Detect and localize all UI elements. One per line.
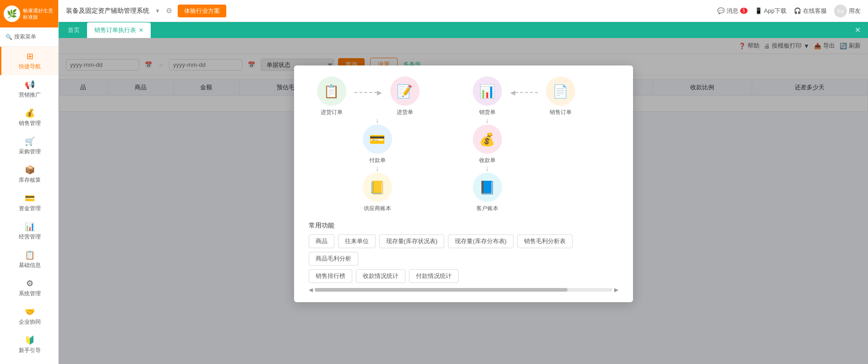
app-download-button[interactable]: 📱 App下载: [755, 7, 786, 15]
cf-btn-stock-status[interactable]: 现存量(库存状况表): [379, 234, 445, 248]
modal-overlay[interactable]: 📋 进货订单 ▶ 📝: [59, 38, 868, 364]
logo-area: 🌿 畅康通好生意 标准版: [0, 0, 58, 27]
main-area: 装备及固定资产辅助管理系统 ▼ ⚙ 体验行业方案 💬 消息 5 📱 App下载 …: [59, 0, 868, 364]
message-badge: 5: [740, 8, 748, 14]
topbar: 装备及固定资产辅助管理系统 ▼ ⚙ 体验行业方案 💬 消息 5 📱 App下载 …: [59, 0, 868, 22]
sidebar-navigation: ⊞ 快捷导航 📢 营销推广 💰 销售管理 🛒 采购管理 📦 库存核算 💳 资金管…: [0, 47, 58, 364]
common-functions-row2: 销售排行榜 收款情况统计 付款情况统计: [309, 269, 618, 283]
sales-icon: 💰: [25, 108, 35, 118]
phone-icon: 📱: [755, 7, 762, 14]
search-icon: 🔍: [5, 34, 12, 40]
scrollbar-left-arrow[interactable]: ◀: [309, 287, 313, 293]
page-content: ❓ 帮助 🖨 按模板打印 ▼ 📤 导出 🔄 刷新: [59, 38, 868, 364]
sidebar-item-enterprise[interactable]: 🤝 企业协同: [0, 302, 58, 331]
cf-btn-receipt-stats[interactable]: 收款情况统计: [356, 269, 405, 283]
cf-btn-stock-dist[interactable]: 现存量(库存分布表): [448, 234, 513, 248]
basic-info-icon: 📋: [25, 250, 35, 260]
message-button[interactable]: 💬 消息 5: [717, 7, 748, 15]
sidebar-item-marketing[interactable]: 📢 营销推广: [0, 75, 58, 103]
common-functions-row1: 商品 往来单位 现存量(库存状况表) 现存量(库存分布表) 销售毛利分析表 商品…: [309, 234, 618, 266]
common-functions: 常用功能 商品 往来单位 现存量(库存状况表) 现存量(库存分布表) 销售毛利分…: [309, 222, 618, 283]
workflow-row-1: 📋 进货订单 ▶ 📝: [309, 76, 618, 116]
sidebar-item-purchase[interactable]: 🛒 采购管理: [0, 132, 58, 160]
cf-btn-product-margin[interactable]: 商品毛利分析: [309, 252, 358, 266]
user-menu[interactable]: Ea 用友: [834, 5, 861, 17]
supplier-account-circle: 📒: [363, 173, 392, 202]
experience-button[interactable]: 体验行业方案: [178, 5, 226, 17]
purchase-icon: 🛒: [25, 136, 35, 147]
sidebar-item-finance[interactable]: 💳 资金管理: [0, 189, 58, 217]
tab-close-icon[interactable]: ✕: [139, 27, 143, 33]
guide-icon: 🔰: [25, 335, 35, 345]
logo-icon: 🌿: [4, 5, 20, 22]
cf-btn-sales-margin[interactable]: 销售毛利分析表: [517, 234, 573, 248]
workflow-row-5: 📒 供应商账本 📘 客户账本: [309, 173, 618, 212]
sidebar-search[interactable]: 🔍 搜索菜单: [0, 27, 58, 47]
cf-btn-partners[interactable]: 往来单位: [338, 234, 376, 248]
workflow-diagram: 📋 进货订单 ▶ 📝: [309, 76, 618, 212]
sidebar-item-system[interactable]: ⚙ 系统管理: [0, 274, 58, 302]
operations-icon: 📊: [25, 222, 35, 232]
logo-name: 畅康通好生意: [23, 7, 53, 14]
wf-node-purchase-bill[interactable]: 📝 进货单: [382, 76, 428, 116]
purchase-bill-circle: 📝: [390, 76, 420, 106]
tab-sales-order-execution[interactable]: 销售订单执行表 ✕: [87, 22, 151, 38]
system-title: 装备及固定资产辅助管理系统: [66, 7, 149, 15]
payment-bill-circle: 💳: [363, 125, 392, 154]
receipt-bill-circle: 💰: [473, 125, 502, 154]
finance-icon: 💳: [25, 193, 35, 203]
scrollbar-track[interactable]: [315, 288, 612, 292]
sidebar: 🌿 畅康通好生意 标准版 🔍 搜索菜单 ⊞ 快捷导航 📢 营销推广 💰 销售管理…: [0, 0, 59, 364]
gear-icon[interactable]: ⚙: [166, 6, 172, 15]
wf-node-customer-account[interactable]: 📘 客户账本: [464, 173, 510, 212]
cf-btn-product[interactable]: 商品: [309, 234, 334, 248]
sidebar-item-basic-info[interactable]: 📋 基础信息: [0, 245, 58, 274]
customer-account-circle: 📘: [473, 173, 502, 202]
wf-node-payment-bill[interactable]: 💳 付款单: [355, 125, 400, 164]
cf-btn-sales-ranking[interactable]: 销售排行榜: [309, 269, 352, 283]
cf-btn-payment-stats[interactable]: 付款情况统计: [409, 269, 459, 283]
scrollbar-thumb: [315, 288, 568, 292]
close-all-tabs-icon[interactable]: ✕: [847, 22, 868, 38]
common-functions-title: 常用功能: [309, 222, 618, 230]
headset-icon: 🎧: [794, 7, 801, 14]
sales-bill-circle: 📊: [473, 76, 502, 106]
sales-order-circle: 📄: [546, 76, 575, 106]
sidebar-item-operations[interactable]: 📊 经营管理: [0, 217, 58, 245]
tab-home[interactable]: 首页: [60, 22, 87, 38]
modal-scrollbar: ◀ ▶: [309, 287, 618, 293]
workflow-row-3: 💳 付款单 💰 收款单: [309, 125, 618, 164]
sidebar-item-inventory[interactable]: 📦 库存核算: [0, 160, 58, 189]
inventory-icon: 📦: [25, 165, 35, 175]
tabbar: 首页 销售订单执行表 ✕ ✕: [59, 22, 868, 38]
message-icon: 💬: [717, 7, 725, 14]
purchase-order-circle: 📋: [317, 76, 346, 106]
topbar-right: 💬 消息 5 📱 App下载 🎧 在线客服 Ea 用友: [717, 5, 861, 17]
enterprise-icon: 🤝: [25, 307, 35, 317]
logo-sub: 标准版: [23, 14, 53, 20]
wf-node-sales-order[interactable]: 📄 销售订单: [538, 76, 584, 116]
search-menu-button[interactable]: 🔍 搜索菜单: [4, 31, 55, 43]
sidebar-item-guide[interactable]: 🔰 新手引导: [0, 331, 58, 359]
wf-node-supplier-account[interactable]: 📒 供应商账本: [355, 173, 400, 212]
wf-node-receipt-bill[interactable]: 💰 收款单: [464, 125, 510, 164]
wf-node-purchase-order[interactable]: 📋 进货订单: [309, 76, 355, 116]
wf-node-sales-bill[interactable]: 📊 销货单: [464, 76, 510, 116]
workflow-row-4-arrows: ↓ ↓: [309, 164, 618, 173]
system-dropdown-icon[interactable]: ▼: [155, 8, 160, 14]
online-service-button[interactable]: 🎧 在线客服: [794, 7, 827, 15]
arrow-1: ▶: [355, 89, 382, 96]
quick-nav-icon: ⊞: [27, 51, 33, 61]
workflow-modal: 📋 进货订单 ▶ 📝: [294, 65, 633, 302]
avatar: Ea: [834, 5, 847, 17]
workflow-row-2-arrows: ↓ ↓: [309, 116, 618, 125]
scrollbar-right-arrow[interactable]: ▶: [614, 287, 618, 293]
sidebar-item-quick-nav[interactable]: ⊞ 快捷导航: [0, 47, 58, 75]
marketing-icon: 📢: [25, 80, 35, 90]
logo-text: 畅康通好生意 标准版: [23, 7, 53, 21]
system-icon: ⚙: [26, 278, 33, 288]
arrow-2: ◀: [510, 89, 538, 96]
sidebar-item-sales[interactable]: 💰 销售管理: [0, 103, 58, 132]
